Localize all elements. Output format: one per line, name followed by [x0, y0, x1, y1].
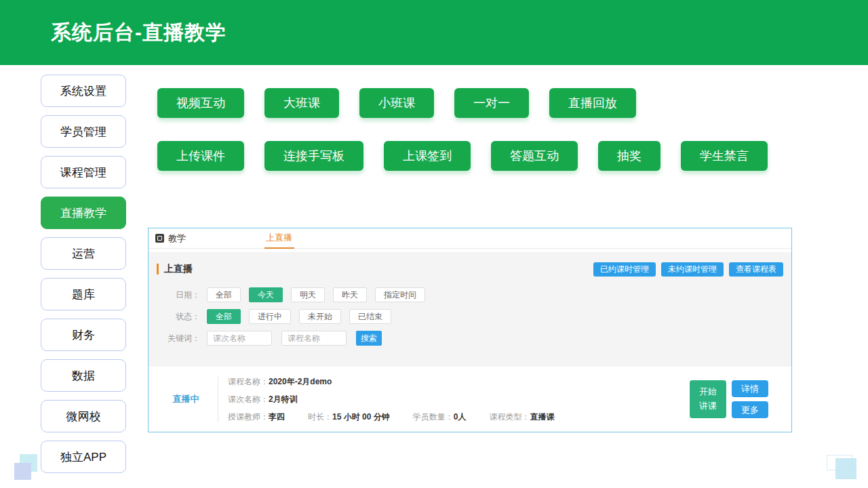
feature-one-on-one[interactable]: 一对一: [454, 88, 529, 118]
header-banner: 系统后台-直播教学: [0, 0, 868, 65]
feature-quiz-interaction[interactable]: 答题互动: [491, 141, 578, 171]
lesson-name-input[interactable]: [207, 331, 272, 346]
section-accent-bar: [157, 264, 159, 274]
panel-tabbar: 教学 上直播: [149, 228, 791, 249]
course-name-input[interactable]: [281, 331, 347, 346]
view-schedule-button[interactable]: 查看课程表: [729, 262, 783, 277]
sidebar-item-standalone-app[interactable]: 独立APP: [41, 441, 126, 473]
decoration-square-lavender-left: [14, 463, 31, 480]
feature-lottery[interactable]: 抽奖: [598, 141, 660, 171]
sidebar-item-data[interactable]: 数据: [41, 359, 126, 392]
teaching-module-icon: [155, 234, 164, 243]
status-option-ended[interactable]: 已结束: [349, 309, 391, 324]
date-option-custom[interactable]: 指定时间: [375, 287, 425, 302]
feature-video-interaction[interactable]: 视频互动: [157, 88, 244, 118]
date-option-yesterday[interactable]: 昨天: [333, 287, 367, 302]
start-teaching-button[interactable]: 开始讲课: [690, 380, 726, 418]
course-name-value: 2020年-2月demo: [269, 376, 332, 388]
module-label: 教学: [168, 232, 186, 245]
booked-lessons-button[interactable]: 已约课时管理: [593, 262, 656, 277]
feature-small-class[interactable]: 小班课: [359, 88, 434, 118]
duration-label: 时长：: [308, 411, 332, 423]
duration-value: 15 小时 00 分钟: [332, 411, 390, 423]
lesson-name-value: 2月特训: [269, 394, 298, 405]
unbooked-lessons-button[interactable]: 未约课时管理: [661, 262, 724, 277]
page: 系统后台-直播教学 系统设置 学员管理 课程管理 直播教学 运营 题库 财务 数…: [0, 0, 868, 488]
tab-go-live[interactable]: 上直播: [266, 228, 292, 249]
more-button[interactable]: 更多: [732, 401, 768, 418]
student-count-label: 学员数量：: [413, 411, 454, 423]
course-name-label: 课程名称：: [228, 376, 269, 388]
status-option-ongoing[interactable]: 进行中: [249, 309, 291, 324]
lesson-name-label: 课次名称：: [228, 394, 269, 405]
course-type-label: 课程类型：: [489, 411, 530, 423]
sidebar-item-live-teaching[interactable]: 直播教学: [41, 197, 126, 229]
teacher-value: 李四: [269, 411, 285, 423]
keyword-filter-row: 关键词： 搜索: [158, 331, 791, 346]
sidebar-item-system-settings[interactable]: 系统设置: [41, 75, 126, 107]
sidebar: 系统设置 学员管理 课程管理 直播教学 运营 题库 财务 数据 微网校 独立AP…: [41, 75, 126, 481]
course-list-row: 直播中 课程名称： 2020年-2月demo 课次名称： 2月特训 授课教师： …: [149, 367, 791, 432]
sidebar-item-question-bank[interactable]: 题库: [41, 278, 126, 310]
section-title: 上直播: [164, 263, 193, 275]
decoration-square-cyan-right: [835, 458, 856, 479]
search-button[interactable]: 搜索: [356, 331, 382, 346]
student-count-value: 0人: [454, 411, 467, 423]
feature-upload-courseware[interactable]: 上传课件: [157, 141, 244, 171]
date-option-all[interactable]: 全部: [207, 287, 241, 302]
admin-panel: 教学 上直播 上直播 已约课时管理 未约课时管理 查看课程表 日期： 全部 今天…: [148, 228, 792, 432]
feature-row-2: 上传课件 连接手写板 上课签到 答题互动 抽奖 学生禁言: [157, 141, 808, 171]
keyword-filter-label: 关键词：: [158, 333, 200, 344]
page-title: 系统后台-直播教学: [51, 0, 226, 65]
tab-go-live-label: 上直播: [266, 232, 292, 243]
feature-live-replay[interactable]: 直播回放: [549, 88, 636, 118]
row-divider: [218, 376, 218, 422]
panel-filter-area: 上直播 已约课时管理 未约课时管理 查看课程表 日期： 全部 今天 明天 昨天 …: [149, 252, 791, 367]
status-option-all[interactable]: 全部: [207, 309, 241, 324]
sidebar-item-course-management[interactable]: 课程管理: [41, 156, 126, 188]
tab-active-underline: [264, 247, 294, 249]
status-filter-row: 状态： 全部 进行中 未开始 已结束: [158, 309, 791, 324]
detail-button[interactable]: 详情: [732, 380, 768, 397]
date-filter-row: 日期： 全部 今天 明天 昨天 指定时间: [158, 287, 791, 302]
date-option-today[interactable]: 今天: [249, 287, 283, 302]
feature-row-1: 视频互动 大班课 小班课 一对一 直播回放: [157, 88, 808, 118]
course-actions: 开始讲课 详情 更多: [690, 380, 768, 418]
live-status-badge: 直播中: [163, 393, 208, 405]
date-filter-label: 日期：: [158, 289, 200, 301]
status-option-not-started[interactable]: 未开始: [299, 309, 341, 324]
feature-connect-tablet[interactable]: 连接手写板: [264, 141, 363, 171]
course-type-value: 直播课: [530, 411, 554, 423]
course-info: 课程名称： 2020年-2月demo 课次名称： 2月特训 授课教师： 李四 时…: [228, 376, 577, 423]
sidebar-item-operations[interactable]: 运营: [41, 237, 126, 270]
feature-class-checkin[interactable]: 上课签到: [384, 141, 471, 171]
teacher-label: 授课教师：: [228, 411, 269, 423]
date-option-tomorrow[interactable]: 明天: [291, 287, 325, 302]
section-header: 上直播 已约课时管理 未约课时管理 查看课程表: [149, 258, 791, 281]
sidebar-item-finance[interactable]: 财务: [41, 319, 126, 351]
feature-mute-students[interactable]: 学生禁言: [681, 141, 768, 171]
feature-large-class[interactable]: 大班课: [264, 88, 339, 118]
sidebar-item-student-management[interactable]: 学员管理: [41, 115, 126, 148]
status-filter-label: 状态：: [158, 311, 200, 323]
feature-buttons: 视频互动 大班课 小班课 一对一 直播回放 上传课件 连接手写板 上课签到 答题…: [157, 88, 808, 194]
sidebar-item-micro-school[interactable]: 微网校: [41, 400, 126, 432]
